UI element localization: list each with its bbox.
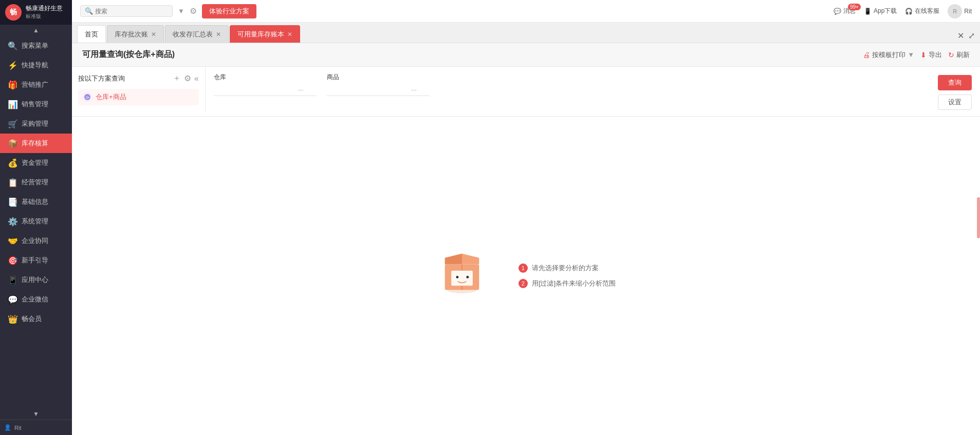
sidebar-item-label: 畅会员 xyxy=(22,314,42,324)
search-icon: 🔍 xyxy=(85,7,93,15)
sidebar-item-purchase[interactable]: 🛒 采购管理 xyxy=(0,114,72,134)
sidebar-item-newbie[interactable]: 🎯 新手引导 xyxy=(0,251,72,270)
sidebar-item-basic-info[interactable]: 📑 基础信息 xyxy=(0,192,72,212)
system-icon: ⚙️ xyxy=(8,217,17,226)
sidebar-item-label: 应用中心 xyxy=(22,275,48,285)
sidebar-item-label: 采购管理 xyxy=(22,119,48,128)
tabbar-right: ✕ ⤢ xyxy=(957,31,980,43)
refresh-label: 刷新 xyxy=(956,50,970,60)
online-service-button[interactable]: 🎧 在线客服 xyxy=(905,7,939,15)
empty-illustration xyxy=(436,245,498,307)
filter-bar: 按以下方案查询 ＋ ⚙ « ⟳ 仓库+商品 仓库 xyxy=(72,67,980,117)
wechat-icon: 💬 xyxy=(8,295,17,304)
enterprise-icon: 🤝 xyxy=(8,236,17,245)
product-filter-field: 商品 ··· xyxy=(327,73,430,96)
sidebar: 畅 畅康通好生意 标准版 ▲ 🔍 搜索菜单 ⚡ 快捷导航 🎁 营销推广 📊 销售… xyxy=(0,0,72,435)
warehouse-more-button[interactable]: ··· xyxy=(298,86,304,93)
empty-tips: 1 请先选择要分析的方案 2 用[过滤]条件来缩小分析范围 xyxy=(519,263,616,288)
warehouse-input-row: ··· xyxy=(214,84,317,96)
finance-icon: 💰 xyxy=(8,158,17,167)
warehouse-label: 仓库 xyxy=(214,73,317,82)
print-dropdown-icon[interactable]: ▼ xyxy=(908,51,914,59)
product-more-button[interactable]: ··· xyxy=(411,86,417,93)
sidebar-item-quick-nav[interactable]: ⚡ 快捷导航 xyxy=(0,55,72,75)
refresh-button[interactable]: ↻ 刷新 xyxy=(948,50,970,60)
sidebar-item-inventory[interactable]: 📦 库存核算 xyxy=(0,134,72,153)
basic-info-icon: 📑 xyxy=(8,197,17,206)
newbie-icon: 🎯 xyxy=(8,256,17,265)
topbar-settings-icon[interactable]: ⚙ xyxy=(190,6,197,16)
sidebar-item-enterprise[interactable]: 🤝 企业协同 xyxy=(0,231,72,251)
sidebar-item-label: 新手引导 xyxy=(22,256,48,265)
sidebar-subtitle: 标准版 xyxy=(26,13,63,20)
query-button[interactable]: 查询 xyxy=(938,75,972,90)
warehouse-input[interactable] xyxy=(214,86,296,93)
sidebar-item-label: 企业微信 xyxy=(22,295,48,304)
quick-nav-icon: ⚡ xyxy=(8,61,17,70)
export-button[interactable]: ⬇ 导出 xyxy=(920,50,942,60)
tip-number-2: 2 xyxy=(519,279,528,288)
sidebar-scroll-down[interactable]: ▼ xyxy=(0,408,72,420)
user-menu[interactable]: R Rit xyxy=(948,4,972,18)
tab-home[interactable]: 首页 xyxy=(77,25,106,43)
collapse-filter-button[interactable]: « xyxy=(194,74,199,83)
message-icon: 💬 xyxy=(834,8,841,15)
filter-left-header: 按以下方案查询 ＋ ⚙ « xyxy=(78,73,199,84)
sidebar-footer[interactable]: 👤 Rit xyxy=(0,420,72,435)
sidebar-item-finance[interactable]: 💰 资金管理 xyxy=(0,153,72,173)
sales-icon: 📊 xyxy=(8,100,17,109)
search-input[interactable] xyxy=(95,8,167,15)
topbar-dropdown-icon[interactable]: ▼ xyxy=(178,7,184,15)
sidebar-scroll-up[interactable]: ▲ xyxy=(0,25,72,36)
refresh-icon: ↻ xyxy=(948,51,954,59)
close-tab-button[interactable]: ✕ xyxy=(957,31,964,41)
topbar-right: 💬 消息 99+ 📱 App下载 🎧 在线客服 R Rit xyxy=(834,4,972,18)
service-icon: 🎧 xyxy=(905,8,913,15)
sidebar-item-marketing[interactable]: 🎁 营销推广 xyxy=(0,75,72,94)
sidebar-item-label: 资金管理 xyxy=(22,158,48,167)
edit-scheme-button[interactable]: ⚙ xyxy=(184,73,191,83)
page-header: 可用量查询(按仓库+商品) 🖨 按模板打印 ▼ ⬇ 导出 ↻ 刷新 xyxy=(72,43,980,67)
scheme-item[interactable]: ⟳ 仓库+商品 xyxy=(78,89,199,105)
scheme-icon: ⟳ xyxy=(82,92,93,102)
inventory-icon: 📦 xyxy=(8,139,17,148)
export-icon: ⬇ xyxy=(920,51,927,59)
sidebar-item-operations[interactable]: 📋 经营管理 xyxy=(0,173,72,192)
sidebar-item-sales[interactable]: 📊 销售管理 xyxy=(0,94,72,114)
sidebar-item-system[interactable]: ⚙️ 系统管理 xyxy=(0,212,72,231)
message-button[interactable]: 💬 消息 99+ xyxy=(834,7,856,15)
svg-marker-5 xyxy=(462,254,479,264)
topbar: 🔍 ▼ ⚙ 体验行业方案 💬 消息 99+ 📱 App下载 🎧 在线客服 R R… xyxy=(72,0,980,23)
sidebar-item-wechat[interactable]: 💬 企业微信 xyxy=(0,290,72,309)
user-avatar-small: 👤 xyxy=(4,424,11,431)
print-label: 按模板打印 xyxy=(872,50,905,60)
topbar-search-box[interactable]: 🔍 xyxy=(80,5,173,17)
content-area: 可用量查询(按仓库+商品) 🖨 按模板打印 ▼ ⬇ 导出 ↻ 刷新 xyxy=(72,43,980,435)
close-batch-ledger-icon[interactable]: ✕ xyxy=(151,31,156,38)
add-scheme-button[interactable]: ＋ xyxy=(173,73,181,84)
print-icon: 🖨 xyxy=(863,51,870,59)
tab-available-ledger[interactable]: 可用量库存账本 ✕ xyxy=(230,25,300,43)
tab-batch-ledger[interactable]: 库存批次账 ✕ xyxy=(107,25,164,43)
sidebar-item-app-center[interactable]: 📱 应用中心 xyxy=(0,270,72,290)
settings-button[interactable]: 设置 xyxy=(938,94,972,110)
right-scroll-handle[interactable] xyxy=(977,197,980,238)
restore-tab-button[interactable]: ⤢ xyxy=(968,31,975,41)
close-receipt-summary-icon[interactable]: ✕ xyxy=(216,31,221,38)
operations-icon: 📋 xyxy=(8,178,17,187)
filter-section-title: 按以下方案查询 xyxy=(78,74,125,83)
sidebar-item-label: 快捷导航 xyxy=(22,61,48,70)
message-badge: 99+ xyxy=(848,4,861,10)
print-button[interactable]: 🖨 按模板打印 ▼ xyxy=(863,50,914,60)
product-input[interactable] xyxy=(327,86,409,93)
sidebar-item-member[interactable]: 👑 畅会员 xyxy=(0,309,72,329)
tab-receipt-summary[interactable]: 收发存汇总表 ✕ xyxy=(165,25,229,43)
sidebar-item-search[interactable]: 🔍 搜索菜单 xyxy=(0,36,72,55)
app-download-button[interactable]: 📱 App下载 xyxy=(864,7,897,15)
app-center-icon: 📱 xyxy=(8,275,17,285)
industry-solution-button[interactable]: 体验行业方案 xyxy=(202,4,256,18)
close-available-ledger-icon[interactable]: ✕ xyxy=(287,31,292,38)
footer-username: Rit xyxy=(14,425,21,431)
sidebar-item-label: 销售管理 xyxy=(22,100,48,109)
filter-left-panel: 按以下方案查询 ＋ ⚙ « ⟳ 仓库+商品 xyxy=(72,67,206,111)
